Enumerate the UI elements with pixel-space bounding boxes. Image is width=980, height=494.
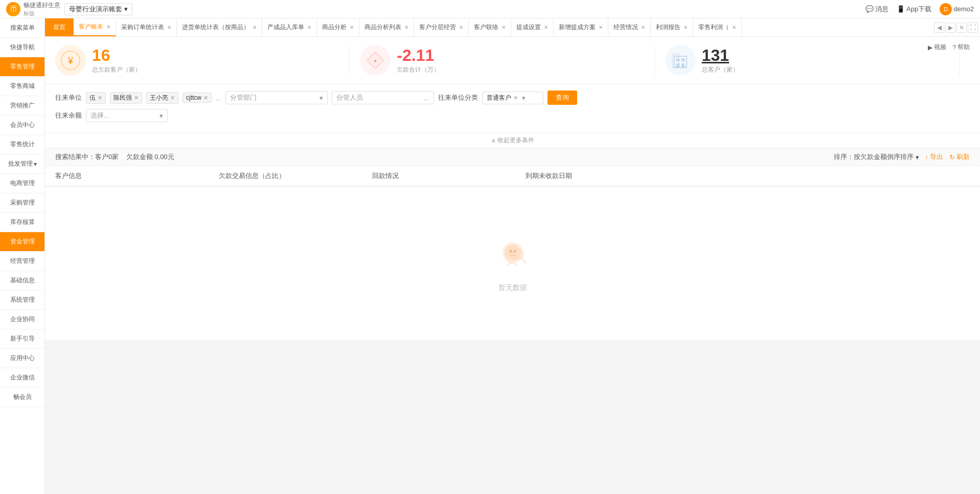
chevron-up-icon: ∧ <box>491 137 496 144</box>
filter-balance-select[interactable]: 选择... ▾ <box>86 109 168 122</box>
sidebar-item-retail-stats[interactable]: 零售统计 <box>0 135 44 154</box>
tab-next-btn[interactable]: ▶ <box>945 23 955 33</box>
remove-tag-cjttcw[interactable]: ✕ <box>203 95 208 101</box>
tab-close-icon[interactable]: ✕ <box>350 25 354 30</box>
video-icon: ▶ <box>928 44 932 51</box>
tab-customer-contact[interactable]: 客户联络 ✕ <box>469 18 511 36</box>
tab-inbound-stats[interactable]: 进货单统计表（按商品） ✕ <box>177 18 262 36</box>
remove-tag-wang[interactable]: ✕ <box>170 95 175 101</box>
tab-close-icon[interactable]: ✕ <box>167 25 171 30</box>
tab-close-icon[interactable]: ✕ <box>253 25 257 30</box>
stat-values-amount: -2.11 欠款合计（万） <box>397 47 440 74</box>
tab-expand-btn[interactable]: ⛶ <box>968 23 978 33</box>
collapse-btn[interactable]: ∧ 收起更多条件 <box>491 136 534 145</box>
svg-rect-5 <box>674 56 687 68</box>
sidebar-item-quicknav[interactable]: 快捷导航 <box>0 38 44 57</box>
query-button[interactable]: 查询 <box>548 91 577 105</box>
remove-tag-normal-customer[interactable]: ✕ <box>513 95 518 101</box>
tab-arrows: ◀ ▶ ✕ ⛶ <box>932 18 980 36</box>
svg-text:✦: ✦ <box>373 58 377 64</box>
logo-title: 畅捷通好生意 <box>24 1 60 10</box>
stat-values-customers: 16 总欠款客户（家） <box>92 47 141 74</box>
sidebar-item-appcenter[interactable]: 应用中心 <box>0 349 44 368</box>
tab-close-icon[interactable]: ✕ <box>683 25 688 30</box>
remove-tag-wu[interactable]: ✕ <box>98 95 102 101</box>
tab-close-icon[interactable]: ✕ <box>599 25 603 30</box>
remove-tag-chen[interactable]: ✕ <box>134 95 139 101</box>
svg-point-14 <box>509 250 512 253</box>
tab-close-icon[interactable]: ✕ <box>106 24 110 30</box>
svg-rect-7 <box>681 58 685 61</box>
tab-close-icon[interactable]: ✕ <box>459 25 463 30</box>
sidebar-item-marketing[interactable]: 营销推广 <box>0 96 44 116</box>
stat-icon-diamond: ✦ <box>360 45 391 76</box>
sort-label: 排序：按欠款金额倒序排序 <box>834 152 914 162</box>
sidebar-item-basic-info[interactable]: 基础信息 <box>0 271 44 290</box>
sidebar-item-wechat[interactable]: 企业微信 <box>0 368 44 388</box>
export-btn[interactable]: ↑ 导出 <box>925 152 944 162</box>
app-download-btn[interactable]: 📱 App下载 <box>897 5 931 14</box>
help-btn[interactable]: ? 帮助 <box>952 43 970 52</box>
sidebar-item-inventory[interactable]: 库存核算 <box>0 213 44 232</box>
filter-person-select[interactable]: 分管人员 ... <box>332 91 434 104</box>
collapse-row: ∧ 收起更多条件 <box>45 133 980 148</box>
sidebar-item-member[interactable]: 会员中心 <box>0 116 44 135</box>
tab-customer-ledger[interactable]: 客户账本 ✕ <box>74 18 116 36</box>
tab-retail-profit[interactable]: 零售利润（ ✕ <box>693 18 742 36</box>
filter-more-btn[interactable]: ... <box>216 94 221 102</box>
sidebar-item-finance[interactable]: 资金管理 <box>0 232 44 252</box>
tab-purchase-order[interactable]: 采购订单统计表 ✕ <box>116 18 177 36</box>
stat-total-customers: 131 总客户（家） <box>665 45 960 76</box>
tab-customer-tier[interactable]: 客户分层经营 ✕ <box>414 18 469 36</box>
filter-unit-class-select[interactable]: 普通客户 ✕ ▾ <box>482 92 543 104</box>
sidebar: 搜索菜单 快捷导航 零售管理 零售商城 营销推广 会员中心 零售统计 批发管理 … <box>0 18 45 494</box>
filter-tag-chen: 陈民强 ✕ <box>110 92 142 104</box>
tab-business-status[interactable]: 经营情况 ✕ <box>608 18 651 36</box>
tab-close-all-btn[interactable]: ✕ <box>956 23 967 33</box>
sidebar-item-search[interactable]: 搜索菜单 <box>0 18 44 38</box>
tab-close-icon[interactable]: ✕ <box>641 25 645 30</box>
sidebar-item-newguide[interactable]: 新手引导 <box>0 329 44 349</box>
video-btn[interactable]: ▶ 视频 <box>928 43 946 52</box>
stat-number-customers: 16 <box>92 47 141 64</box>
sidebar-item-enterprise[interactable]: 企业协同 <box>0 310 44 329</box>
sidebar-item-ecommerce[interactable]: 电商管理 <box>0 174 44 193</box>
user-avatar-area[interactable]: D demo2 <box>940 3 974 15</box>
tab-product-inbound[interactable]: 产成品入库单 ✕ <box>262 18 317 36</box>
store-select[interactable]: 母婴行业演示账套 ▾ <box>64 3 132 15</box>
tab-commission-settings[interactable]: 提成设置 ✕ <box>511 18 554 36</box>
filter-tag-wang: 王小亮 ✕ <box>146 92 178 104</box>
tab-close-icon[interactable]: ✕ <box>502 25 506 30</box>
refresh-btn[interactable]: ↻ 刷新 <box>949 152 970 162</box>
tab-product-analysis[interactable]: 商品分析 ✕ <box>317 18 359 36</box>
sidebar-item-operation[interactable]: 经营管理 <box>0 252 44 271</box>
tab-product-analysis-list[interactable]: 商品分析列表 ✕ <box>359 18 414 36</box>
tab-home[interactable]: 首页 <box>45 18 74 36</box>
page-content: ¥ 16 总欠款客户（家） ✦ <box>45 37 980 494</box>
stats-header: ¥ 16 总欠款客户（家） ✦ <box>45 37 980 84</box>
message-btn[interactable]: 💬 消息 <box>865 5 888 14</box>
tab-close-icon[interactable]: ✕ <box>544 25 548 30</box>
tab-add-commission[interactable]: 新增提成方案 ✕ <box>554 18 608 36</box>
filter-area: 往来单位 伍 ✕ 陈民强 ✕ 王小亮 ✕ cjttcw <box>45 84 980 133</box>
table-header: 客户信息 欠款交易信息（占比） 回款情况 到期未收款日期 <box>45 166 980 187</box>
sort-select[interactable]: 排序：按欠款金额倒序排序 ▾ <box>834 152 919 162</box>
sidebar-item-system[interactable]: 系统管理 <box>0 290 44 310</box>
sidebar-item-purchase[interactable]: 采购管理 <box>0 193 44 213</box>
stat-label-amount: 欠款合计（万） <box>397 65 440 74</box>
stat-overdue-amount: ✦ -2.11 欠款合计（万） <box>360 45 654 76</box>
more-icon: ... <box>424 94 429 102</box>
sidebar-item-retail-shop[interactable]: 零售商城 <box>0 77 44 96</box>
export-icon: ↑ <box>925 153 929 161</box>
filter-dept-select[interactable]: 分管部门 ▾ <box>225 91 328 104</box>
filter-balance-label: 往来余额 <box>55 111 82 120</box>
chevron-down-icon: ▾ <box>916 153 919 161</box>
tab-close-icon[interactable]: ✕ <box>307 25 311 30</box>
sidebar-item-member2[interactable]: 畅会员 <box>0 388 44 407</box>
sidebar-item-retail[interactable]: 零售管理 <box>0 57 44 77</box>
tab-prev-btn[interactable]: ◀ <box>934 23 944 33</box>
tab-close-icon[interactable]: ✕ <box>732 25 736 30</box>
tab-close-icon[interactable]: ✕ <box>404 25 408 30</box>
sidebar-item-wholesale[interactable]: 批发管理 ▾ <box>0 154 44 174</box>
tab-profit-report[interactable]: 利润报告 ✕ <box>651 18 693 36</box>
